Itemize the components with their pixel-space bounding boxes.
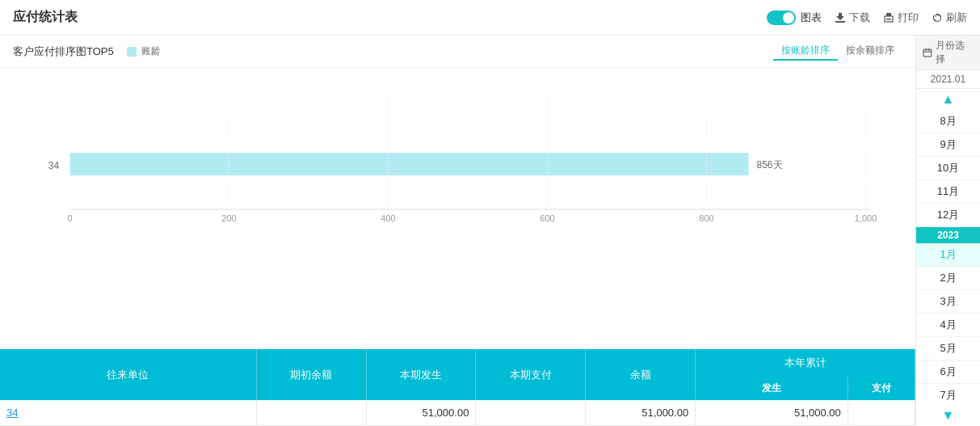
cell-current-amount: 51,000.00 (366, 400, 476, 426)
month-item-7[interactable]: 7月 (916, 384, 980, 405)
refresh-icon (932, 12, 943, 23)
cell-current-payment (476, 400, 586, 426)
col-ytd-payment-subheader: 支付 (848, 377, 915, 400)
col-current-amount-header: 本期发生 (366, 349, 476, 400)
bar-chart-wrap: 34 856天 0 200 400 600 800 (0, 68, 915, 348)
cell-ytd-payment (848, 400, 915, 426)
chart-header: 客户应付排序图TOP5 账龄 按账龄排序 按余额排序 (0, 36, 915, 68)
chart-toggle[interactable] (767, 11, 796, 25)
month-item-9[interactable]: 9月 (916, 133, 980, 157)
col-ytd-amount-subheader: 发生 (696, 377, 848, 400)
chart-toggle-wrap: 图表 (767, 11, 822, 25)
svg-text:800: 800 (699, 213, 713, 223)
col-opening-header: 期初余额 (256, 349, 366, 400)
chart-bar-value: 856天 (757, 159, 783, 171)
svg-rect-3 (886, 19, 891, 20)
svg-text:400: 400 (381, 213, 395, 223)
calendar-icon (923, 48, 932, 57)
print-label: 打印 (898, 11, 919, 25)
print-button[interactable]: 打印 (883, 11, 919, 25)
cell-unit: 34 (0, 400, 256, 426)
month-list: 8月 9月 10月 11月 12月 2023 1月 2月 3月 4月 5月 6月… (916, 110, 980, 405)
month-item-12[interactable]: 12月 (916, 204, 980, 227)
svg-text:600: 600 (540, 213, 554, 223)
chart-y-label: 34 (48, 160, 60, 171)
legend-label-age: 账龄 (141, 44, 161, 58)
month-item-4[interactable]: 4月 (916, 314, 980, 337)
refresh-button[interactable]: 刷新 (932, 11, 967, 25)
month-item-11[interactable]: 11月 (916, 180, 980, 204)
bar-chart-svg: 34 856天 0 200 400 600 800 (8, 76, 899, 254)
refresh-label: 刷新 (946, 11, 967, 25)
year-badge: 2023 (916, 227, 980, 243)
month-item-1[interactable]: 1月 (916, 243, 980, 267)
download-icon (835, 12, 846, 23)
main-content: 客户应付排序图TOP5 账龄 按账龄排序 按余额排序 34 (0, 36, 980, 426)
table-container: 往来单位 期初余额 本期发生 本期支付 余额 本年累计 发生 支付 (0, 349, 915, 426)
month-item-5[interactable]: 5月 (916, 337, 980, 361)
month-item-2[interactable]: 2月 (916, 267, 980, 290)
data-table: 往来单位 期初余额 本期发生 本期支付 余额 本年累计 发生 支付 (0, 349, 915, 426)
svg-text:1,000: 1,000 (855, 213, 877, 223)
chart-bar (70, 153, 749, 175)
sort-buttons: 按账龄排序 按余额排序 (773, 42, 902, 61)
chart-area: 客户应付排序图TOP5 账龄 按账龄排序 按余额排序 34 (0, 36, 915, 426)
chart-title: 客户应付排序图TOP5 (13, 44, 114, 59)
chart-toggle-label: 图表 (801, 11, 822, 25)
col-ytd-header: 本年累计 (696, 349, 915, 377)
table-row: 34 51,000.00 51,000.00 51,000.00 (0, 400, 915, 426)
unit-link[interactable]: 34 (6, 407, 18, 419)
legend-dot-age (127, 47, 137, 57)
chart-legend: 客户应付排序图TOP5 账龄 (13, 44, 161, 59)
download-button[interactable]: 下载 (835, 11, 870, 25)
right-sidebar: 月份选择 2021.01 ▲ 8月 9月 10月 11月 12月 2023 1月… (915, 36, 980, 426)
month-item-6[interactable]: 6月 (916, 361, 980, 384)
col-unit-header: 往来单位 (0, 349, 256, 400)
table-area: 往来单位 期初余额 本期发生 本期支付 余额 本年累计 发生 支付 (0, 348, 915, 426)
cell-opening (256, 400, 366, 426)
col-balance-header: 余额 (586, 349, 696, 400)
month-scroll-up-button[interactable]: ▲ (916, 89, 980, 110)
sort-by-age-button[interactable]: 按账龄排序 (773, 42, 838, 61)
legend-item-age: 账龄 (127, 44, 161, 58)
month-item-3[interactable]: 3月 (916, 290, 980, 314)
col-current-payment-header: 本期支付 (476, 349, 586, 400)
sidebar-header-row: 月份选择 (916, 36, 980, 70)
month-item-10[interactable]: 10月 (916, 157, 980, 180)
print-icon (883, 12, 894, 23)
sort-by-balance-button[interactable]: 按余额排序 (838, 42, 902, 61)
svg-rect-0 (835, 21, 845, 23)
month-scroll-down-button[interactable]: ▼ (916, 405, 980, 426)
page-title: 应付统计表 (13, 9, 78, 26)
svg-rect-16 (923, 49, 932, 57)
svg-rect-2 (886, 13, 891, 16)
svg-text:200: 200 (221, 213, 236, 223)
header-actions: 图表 下载 打印 刷新 (767, 11, 967, 25)
cell-ytd-amount: 51,000.00 (696, 400, 848, 426)
header: 应付统计表 图表 下载 打印 刷新 (0, 0, 980, 36)
download-label: 下载 (849, 11, 870, 25)
sidebar-header-label: 月份选择 (936, 39, 974, 66)
svg-text:0: 0 (67, 213, 72, 223)
month-item-8[interactable]: 8月 (916, 110, 980, 133)
cell-balance: 51,000.00 (586, 400, 696, 426)
selected-date-display: 2021.01 (916, 70, 980, 89)
